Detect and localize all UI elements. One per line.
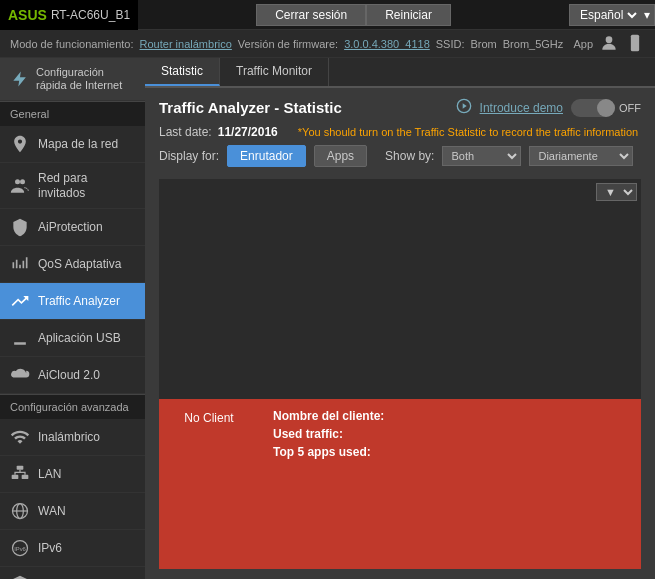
chart-dropdown[interactable]: ▼ [596, 183, 637, 201]
bottom-panel: No Client Nombre del cliente: Used traff… [159, 399, 641, 569]
usb-icon [10, 328, 30, 348]
tab-traffic-monitor[interactable]: Traffic Monitor [220, 58, 329, 86]
tab-statistic[interactable]: Statistic [145, 58, 220, 86]
ssid-label: SSID: [436, 38, 465, 50]
chart-period-select[interactable]: ▼ [596, 183, 637, 201]
svg-rect-1 [631, 34, 639, 51]
sidebar-item-qos-label: QoS Adaptativa [38, 257, 121, 271]
show-by-select[interactable]: Both Download Upload [442, 146, 521, 166]
mode-value-link[interactable]: Router inalámbrico [140, 38, 232, 50]
no-client-label: No Client [184, 411, 233, 425]
language-dropdown[interactable]: Español English [576, 7, 640, 23]
svg-point-3 [15, 179, 20, 184]
date-label: Last date: [159, 125, 212, 139]
sidebar-item-ipv6[interactable]: IPv6 IPv6 [0, 530, 145, 567]
aiprotection-icon [10, 217, 30, 237]
sidebar-item-aiprotection[interactable]: AiProtection [0, 209, 145, 246]
fw-value-link[interactable]: 3.0.0.4.380_4118 [344, 38, 430, 50]
display-row: Display for: Enrutador Apps Show by: Bot… [159, 145, 641, 167]
sidebar-section-advanced: Configuración avanzada [0, 394, 145, 419]
toggle-area: Introduce demo OFF [456, 98, 641, 117]
date-row: Last date: 11/27/2016 *You should turn o… [159, 125, 641, 139]
client-name-label: Nombre del cliente: [273, 409, 627, 423]
svg-point-4 [20, 179, 25, 184]
sidebar-item-wireless[interactable]: Inalámbrico [0, 419, 145, 456]
demo-link[interactable]: Introduce demo [480, 101, 563, 115]
sidebar-item-guests-label: Red parainvitados [38, 171, 87, 200]
sidebar-item-aicloud[interactable]: AiCloud 2.0 [0, 357, 145, 394]
map-icon [10, 134, 30, 154]
sidebar-item-aiprotection-label: AiProtection [38, 220, 103, 234]
wan-icon [10, 501, 30, 521]
traffic-analyzer-content: Traffic Analyzer - Statistic Introduce d… [145, 88, 655, 579]
mode-label: Modo de funcionamiento: [10, 38, 134, 50]
sidebar-item-mapa[interactable]: Mapa de la red [0, 126, 145, 163]
svg-point-2 [634, 47, 636, 49]
sidebar-item-quick-setup[interactable]: Configuraciónrápida de Internet [0, 58, 145, 101]
sidebar-item-usb[interactable]: Aplicación USB [0, 320, 145, 357]
subheader-icons: App [573, 33, 645, 55]
fw-label: Versión de firmware: [238, 38, 338, 50]
svg-text:IPv6: IPv6 [14, 546, 26, 552]
ssid1-value: Brom [471, 38, 497, 50]
warning-text: *You should turn on the Traffic Statisti… [298, 126, 638, 138]
client-info-box: Nombre del cliente: Used traffic: Top 5 … [259, 399, 641, 569]
logo: ASUS RT-AC66U_B1 [0, 0, 138, 30]
toggle-button[interactable]: OFF [571, 99, 641, 117]
sidebar-item-wan[interactable]: WAN [0, 493, 145, 530]
toggle-track[interactable] [571, 99, 615, 117]
sidebar-item-lan-label: LAN [38, 467, 61, 481]
sidebar-item-usb-label: Aplicación USB [38, 331, 121, 345]
logout-button[interactable]: Cerrar sesión [256, 4, 366, 26]
logo-model: RT-AC66U_B1 [51, 8, 130, 22]
toggle-knob [597, 99, 615, 117]
language-selector[interactable]: Español English ▾ [569, 4, 655, 26]
svg-rect-5 [17, 466, 24, 470]
restart-button[interactable]: Reiniciar [366, 4, 451, 26]
demo-icon [456, 98, 472, 117]
used-traffic-label: Used traffic: [273, 427, 627, 441]
apps-button[interactable]: Apps [314, 145, 367, 167]
traffic-icon [10, 291, 30, 311]
date-value: 11/27/2016 [218, 125, 278, 139]
display-label: Display for: [159, 149, 219, 163]
svg-point-0 [606, 36, 613, 43]
ipv6-icon: IPv6 [10, 538, 30, 558]
chevron-down-icon: ▾ [644, 8, 650, 22]
sidebar-item-lan[interactable]: LAN [0, 456, 145, 493]
lan-icon [10, 464, 30, 484]
header-buttons: Cerrar sesión Reiniciar [138, 4, 569, 26]
user-icon[interactable] [599, 33, 619, 55]
sidebar-item-guests[interactable]: Red parainvitados [0, 163, 145, 209]
top5-label: Top 5 apps used: [273, 445, 627, 459]
ssid2-value: Brom_5GHz [503, 38, 564, 50]
enrutador-button[interactable]: Enrutador [227, 145, 306, 167]
quick-setup-icon [10, 69, 30, 89]
wifi-icon [10, 427, 30, 447]
sidebar-item-wireless-label: Inalámbrico [38, 430, 100, 444]
main-layout: Configuraciónrápida de Internet General … [0, 58, 655, 579]
sidebar-item-wan-label: WAN [38, 504, 66, 518]
sidebar-item-vpn[interactable]: VPN [0, 567, 145, 579]
sidebar: Configuraciónrápida de Internet General … [0, 58, 145, 579]
show-label: Show by: [385, 149, 434, 163]
phone-icon[interactable] [625, 33, 645, 55]
page-title: Traffic Analyzer - Statistic [159, 99, 342, 116]
toggle-label: OFF [619, 102, 641, 114]
title-row: Traffic Analyzer - Statistic Introduce d… [159, 98, 641, 117]
cloud-icon [10, 365, 30, 385]
period-select[interactable]: Diariamente Semanalmente Mensualmente [529, 146, 633, 166]
sidebar-item-traffic[interactable]: Traffic Analyzer [0, 283, 145, 320]
app-header: ASUS RT-AC66U_B1 Cerrar sesión Reiniciar… [0, 0, 655, 30]
qos-icon [10, 254, 30, 274]
svg-rect-7 [22, 475, 29, 479]
no-client-box: No Client [159, 399, 259, 569]
svg-marker-15 [462, 103, 466, 108]
app-label: App [573, 38, 593, 50]
quick-setup-label: Configuraciónrápida de Internet [36, 66, 122, 92]
guests-icon [10, 176, 30, 196]
svg-rect-6 [12, 475, 19, 479]
sidebar-item-qos[interactable]: QoS Adaptativa [0, 246, 145, 283]
tabs-bar: Statistic Traffic Monitor [145, 58, 655, 88]
logo-brand: ASUS [8, 7, 47, 23]
